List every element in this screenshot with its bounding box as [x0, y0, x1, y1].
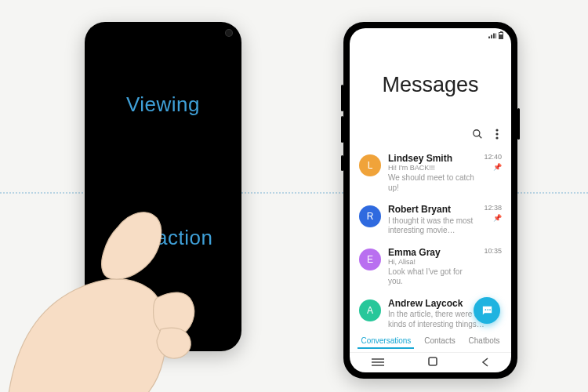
svg-point-11	[489, 309, 491, 310]
page-title: Messages	[382, 73, 478, 97]
svg-point-4	[495, 136, 498, 139]
avatar: L	[359, 154, 381, 176]
viewing-zone-label: Viewing	[85, 93, 241, 117]
recents-button[interactable]	[372, 356, 384, 370]
avatar: R	[359, 205, 381, 227]
svg-point-3	[495, 132, 498, 135]
volume-down-button[interactable]	[341, 116, 343, 143]
conversation-body: Robert BryantI thought it was the most i…	[388, 204, 477, 235]
message-preview: We should meet to catch up!	[388, 173, 477, 193]
conversation-meta: 10:35	[484, 247, 502, 255]
svg-rect-8	[429, 358, 437, 365]
conversation-meta: 12:40📌	[484, 153, 502, 171]
contact-name: Emma Gray	[388, 247, 477, 258]
home-button[interactable]	[427, 356, 438, 370]
tab-conversations[interactable]: Conversations	[358, 334, 414, 349]
action-row	[350, 129, 511, 147]
messages-phone: Messages LLindsey SmithHi! I'm BACK!!!We…	[343, 22, 517, 379]
contact-name: Robert Bryant	[388, 204, 477, 215]
interaction-zone-label: Interaction	[85, 226, 241, 250]
tab-chatbots[interactable]: Chatbots	[466, 334, 503, 349]
search-icon[interactable]	[472, 129, 483, 140]
side-key-button[interactable]	[341, 155, 343, 171]
conversation-body: Lindsey SmithHi! I'm BACK!!!We should me…	[388, 153, 477, 193]
bottom-tabs: ConversationsContactsChatbots	[350, 329, 511, 352]
pin-icon: 📌	[484, 214, 502, 222]
volume-up-button[interactable]	[341, 85, 343, 111]
svg-line-1	[479, 136, 482, 139]
timestamp: 12:40	[484, 153, 502, 161]
subline: Hi, Alisa!	[388, 258, 477, 267]
phone-screen: Messages LLindsey SmithHi! I'm BACK!!!We…	[350, 28, 511, 372]
pin-icon: 📌	[484, 163, 502, 171]
svg-point-2	[495, 129, 498, 131]
conversation-row[interactable]: LLindsey SmithHi! I'm BACK!!!We should m…	[350, 147, 511, 198]
signal-icon	[488, 32, 496, 38]
compose-fab[interactable]	[474, 297, 500, 324]
status-bar	[350, 28, 511, 41]
navigation-bar	[350, 352, 511, 372]
app-header: Messages	[350, 41, 511, 129]
svg-point-9	[485, 309, 486, 310]
svg-point-10	[487, 309, 488, 310]
svg-point-0	[474, 130, 480, 136]
avatar: E	[359, 249, 381, 270]
message-preview: Look what I've got for you.	[388, 267, 477, 287]
conversation-row[interactable]: RRobert BryantI thought it was the most …	[350, 198, 511, 241]
conversation-meta: 12:38📌	[484, 204, 502, 222]
concept-phone: Viewing Interaction	[85, 22, 241, 351]
message-preview: I thought it was the most interesting mo…	[388, 216, 477, 236]
avatar: A	[359, 299, 381, 321]
tab-contacts[interactable]: Contacts	[421, 334, 458, 349]
battery-icon	[499, 32, 503, 39]
more-icon[interactable]	[495, 129, 499, 140]
timestamp: 12:38	[484, 204, 502, 212]
power-button[interactable]	[517, 108, 520, 140]
conversation-row[interactable]: EEmma GrayHi, Alisa!Look what I've got f…	[350, 241, 511, 292]
timestamp: 10:35	[484, 247, 502, 255]
front-camera	[226, 30, 232, 36]
subline: Hi! I'm BACK!!!	[388, 164, 477, 172]
back-button[interactable]	[481, 356, 489, 370]
contact-name: Lindsey Smith	[388, 153, 477, 164]
conversation-body: Emma GrayHi, Alisa!Look what I've got fo…	[388, 247, 477, 287]
chat-icon	[481, 304, 494, 318]
